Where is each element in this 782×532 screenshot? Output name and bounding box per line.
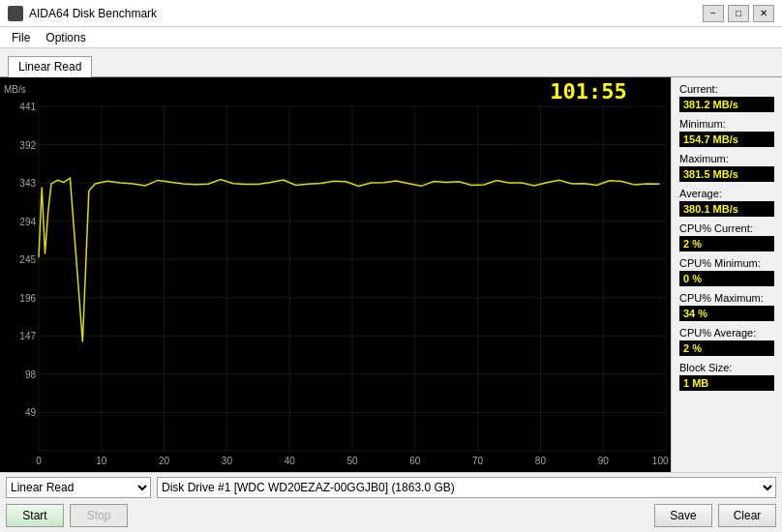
bottom-row2: Start Stop Save Clear bbox=[6, 504, 776, 527]
tab-linear-read[interactable]: Linear Read bbox=[8, 56, 92, 77]
block-size-value: 1 MB bbox=[679, 375, 774, 391]
cpu-current-label: CPU% Current: bbox=[679, 222, 774, 234]
stat-cpu-maximum: CPU% Maximum: 34 % bbox=[679, 292, 774, 321]
stat-cpu-current: CPU% Current: 2 % bbox=[679, 222, 774, 251]
maximum-label: Maximum: bbox=[679, 153, 774, 164]
stat-cpu-minimum: CPU% Minimum: 0 % bbox=[679, 257, 774, 286]
cpu-minimum-value: 0 % bbox=[679, 271, 774, 286]
window-controls: − □ ✕ bbox=[703, 5, 774, 22]
cpu-average-value: 2 % bbox=[679, 340, 774, 356]
window-title: AIDA64 Disk Benchmark bbox=[29, 7, 703, 20]
cpu-maximum-label: CPU% Maximum: bbox=[679, 292, 774, 304]
stat-block-size: Block Size: 1 MB bbox=[679, 362, 774, 391]
stop-button[interactable]: Stop bbox=[70, 504, 128, 527]
cpu-average-label: CPU% Average: bbox=[679, 327, 774, 339]
average-label: Average: bbox=[679, 188, 774, 199]
tab-bar: Linear Read bbox=[0, 48, 782, 77]
maximize-button[interactable]: □ bbox=[728, 5, 749, 22]
mode-select[interactable]: Linear Read Linear Write Random Read Ran… bbox=[6, 477, 151, 498]
clear-button[interactable]: Clear bbox=[718, 504, 776, 527]
stat-current: Current: 381.2 MB/s bbox=[679, 83, 774, 112]
stats-panel: Current: 381.2 MB/s Minimum: 154.7 MB/s … bbox=[671, 77, 782, 472]
minimize-button[interactable]: − bbox=[703, 5, 724, 22]
drive-select[interactable]: Disk Drive #1 [WDC WD20EZAZ-00GGJB0] (18… bbox=[157, 477, 776, 498]
stat-cpu-average: CPU% Average: 2 % bbox=[679, 327, 774, 356]
cpu-minimum-label: CPU% Minimum: bbox=[679, 257, 774, 269]
options-menu[interactable]: Options bbox=[38, 29, 93, 46]
chart-area: MB/s 101:55 Current: 381.2 MB/s Minimum:… bbox=[0, 77, 782, 472]
start-button[interactable]: Start bbox=[6, 504, 64, 527]
block-size-label: Block Size: bbox=[679, 362, 774, 373]
close-button[interactable]: ✕ bbox=[753, 5, 774, 22]
stat-maximum: Maximum: 381.5 MB/s bbox=[679, 153, 774, 182]
bottom-area: Linear Read Linear Write Random Read Ran… bbox=[0, 472, 782, 532]
title-bar: AIDA64 Disk Benchmark − □ ✕ bbox=[0, 0, 782, 27]
current-label: Current: bbox=[679, 83, 774, 95]
menu-bar: File Options bbox=[0, 27, 782, 48]
maximum-value: 381.5 MB/s bbox=[679, 166, 774, 182]
chart-panel: MB/s 101:55 bbox=[0, 77, 671, 472]
current-value: 381.2 MB/s bbox=[679, 97, 774, 112]
cpu-current-value: 2 % bbox=[679, 236, 774, 251]
chart-canvas bbox=[0, 77, 671, 472]
app-icon bbox=[8, 6, 23, 21]
save-button[interactable]: Save bbox=[654, 504, 712, 527]
minimum-label: Minimum: bbox=[679, 118, 774, 130]
main-content: Linear Read MB/s 101:55 Current: 381.2 M… bbox=[0, 48, 782, 532]
stat-minimum: Minimum: 154.7 MB/s bbox=[679, 118, 774, 147]
bottom-row1: Linear Read Linear Write Random Read Ran… bbox=[6, 477, 776, 498]
stat-average: Average: 380.1 MB/s bbox=[679, 188, 774, 217]
cpu-maximum-value: 34 % bbox=[679, 306, 774, 321]
file-menu[interactable]: File bbox=[4, 29, 38, 46]
minimum-value: 154.7 MB/s bbox=[679, 132, 774, 147]
average-value: 380.1 MB/s bbox=[679, 201, 774, 217]
